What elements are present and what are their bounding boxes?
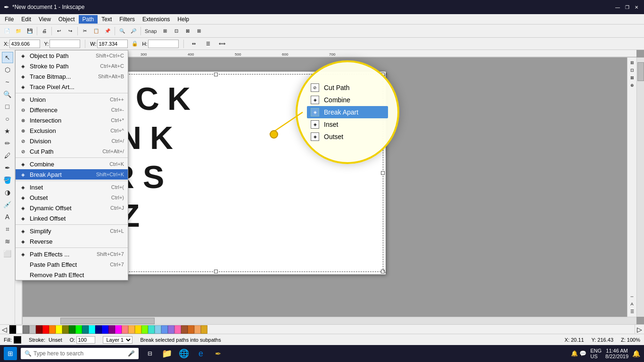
palette-color[interactable] [29, 325, 36, 334]
menu-file[interactable]: File [1, 15, 17, 24]
snap-tool-5[interactable]: ↔ [629, 293, 635, 300]
open-button[interactable]: 📁 [13, 26, 24, 36]
edge-app[interactable]: e [193, 346, 208, 361]
inkscape-app[interactable]: ✒ [210, 346, 225, 361]
palette-color[interactable] [168, 325, 174, 334]
menu-item-object-to-path[interactable]: ◈Object to Path Shift+Ctrl+C [16, 50, 128, 61]
menu-object[interactable]: Object [55, 15, 79, 24]
menu-item-outset[interactable]: ◈Outset Ctrl+) [16, 192, 128, 203]
cut-button[interactable]: ✂ [80, 26, 90, 36]
palette-color[interactable] [42, 325, 49, 334]
snap-bbox-button[interactable]: ⊠ [182, 26, 193, 36]
palette-color[interactable] [62, 325, 69, 334]
transform-button[interactable]: ⇔ [189, 39, 199, 49]
maximize-button[interactable]: ❐ [623, 3, 631, 11]
palette-color[interactable] [89, 325, 95, 334]
palette-color[interactable] [108, 325, 115, 334]
palette-left-arrow[interactable]: ◁ [0, 325, 9, 334]
palette-color[interactable] [115, 325, 122, 334]
redo-button[interactable]: ↪ [65, 26, 75, 36]
notification-icon[interactable]: 🔔 [632, 350, 640, 357]
callout-item-combine[interactable]: ◈ Combine [307, 94, 388, 106]
palette-right-arrow[interactable]: ▷ [635, 325, 644, 334]
callout-item-break-apart[interactable]: ◈ Break Apart [307, 106, 388, 118]
menu-item-path-effects[interactable]: ◈Path Effects ... Shift+Ctrl+7 [16, 249, 128, 259]
palette-color[interactable] [36, 325, 42, 334]
text-tool[interactable]: A [2, 211, 13, 222]
menu-item-paste-path-effect[interactable]: Paste Path Effect Ctrl+7 [16, 259, 128, 270]
undo-button[interactable]: ↩ [54, 26, 64, 36]
distribute-button[interactable]: ⟺ [217, 39, 227, 49]
palette-color[interactable] [23, 325, 29, 334]
pencil-tool[interactable]: ✏ [2, 138, 13, 149]
print-button[interactable]: 🖨 [39, 26, 50, 36]
menu-item-union[interactable]: ⊕Union Ctrl++ [16, 94, 128, 105]
menu-item-trace-bitmap[interactable]: ◈Trace Bitmap... Shift+Alt+B [16, 71, 128, 82]
menu-path[interactable]: Path [79, 15, 98, 24]
scroll-vertical[interactable] [636, 58, 644, 317]
y-input[interactable] [50, 40, 80, 48]
chrome-app[interactable]: 🌐 [176, 346, 191, 361]
palette-color[interactable] [75, 325, 82, 334]
eyedropper-tool[interactable]: 💉 [2, 199, 13, 210]
tweak-tool[interactable]: ~ [2, 76, 13, 88]
spray-tool[interactable]: ≋ [2, 236, 13, 247]
menu-item-combine[interactable]: ◈Combine Ctrl+K [16, 159, 128, 169]
palette-color[interactable] [69, 325, 75, 334]
copy-button[interactable]: 📋 [91, 26, 101, 36]
scroll-thumb-v[interactable] [637, 62, 644, 81]
opacity-input[interactable] [76, 336, 95, 344]
menu-item-division[interactable]: ⊘Division Ctrl+/ [16, 136, 128, 146]
menu-text[interactable]: Text [98, 15, 116, 24]
palette-color[interactable] [16, 325, 23, 334]
snap-tool-6[interactable]: A [629, 301, 634, 307]
palette-color[interactable] [128, 325, 135, 334]
w-input[interactable] [97, 40, 128, 48]
palette-color[interactable] [95, 325, 102, 334]
palette-color[interactable] [161, 325, 168, 334]
menu-item-remove-path-effect[interactable]: Remove Path Effect [16, 270, 128, 280]
taskview-button[interactable]: ⊟ [142, 346, 157, 361]
menu-item-cut-path[interactable]: ⊘Cut Path Ctrl+Alt+/ [16, 146, 128, 156]
rect-tool[interactable]: □ [2, 101, 13, 112]
scroll-thumb-h[interactable] [60, 318, 155, 324]
menu-item-break-apart[interactable]: ◈Break Apart Shift+Ctrl+K [16, 169, 128, 180]
snap-tool-1[interactable]: ⊞ [629, 59, 635, 66]
callout-item-inset[interactable]: ◈ Inset [307, 118, 388, 131]
palette-color[interactable] [194, 325, 201, 334]
snap-tool-3[interactable]: ⊠ [629, 74, 635, 81]
menu-item-intersection[interactable]: ⊗Intersection Ctrl+* [16, 115, 128, 125]
palette-color[interactable] [82, 325, 89, 334]
pen-tool[interactable]: 🖊 [2, 150, 13, 161]
callout-item-outset[interactable]: ◈ Outset [307, 131, 388, 143]
palette-color[interactable] [181, 325, 188, 334]
zoom-in-button[interactable]: 🔍 [117, 26, 127, 36]
menu-help[interactable]: Help [174, 15, 193, 24]
menu-item-trace-pixel-art[interactable]: ◈Trace Pixel Art... [16, 82, 128, 92]
bucket-tool[interactable]: 🪣 [2, 174, 13, 186]
palette-color[interactable] [174, 325, 181, 334]
snap-button[interactable]: ⊞ [160, 26, 170, 36]
menu-item-difference[interactable]: ⊖Difference Ctrl+- [16, 105, 128, 115]
palette-color[interactable] [102, 325, 108, 334]
scroll-horizontal[interactable] [23, 317, 636, 324]
palette-color[interactable] [148, 325, 155, 334]
paste-button[interactable]: 📌 [102, 26, 113, 36]
select-tool[interactable]: ↖ [2, 52, 13, 63]
zoom-out-button[interactable]: 🔎 [128, 26, 139, 36]
new-button[interactable]: 📄 [2, 26, 12, 36]
save-button[interactable]: 💾 [25, 26, 35, 36]
connector-tool[interactable]: ⌗ [2, 223, 13, 235]
gradient-tool[interactable]: ◑ [2, 187, 13, 198]
menu-item-exclusion[interactable]: ⊕Exclusion Ctrl+^ [16, 125, 128, 136]
eraser-tool[interactable]: ⬜ [2, 248, 13, 259]
palette-color[interactable] [188, 325, 194, 334]
snap-page-button[interactable]: ⊞ [194, 26, 204, 36]
snap-tool-7[interactable]: ☰ [629, 308, 635, 315]
callout-item-cut-path[interactable]: ⊘ Cut Path [307, 82, 388, 94]
palette-color[interactable] [201, 325, 207, 334]
close-button[interactable]: ✕ [633, 3, 640, 11]
menu-extensions[interactable]: Extensions [139, 15, 174, 24]
palette-color[interactable] [9, 325, 16, 334]
menu-view[interactable]: View [35, 15, 55, 24]
